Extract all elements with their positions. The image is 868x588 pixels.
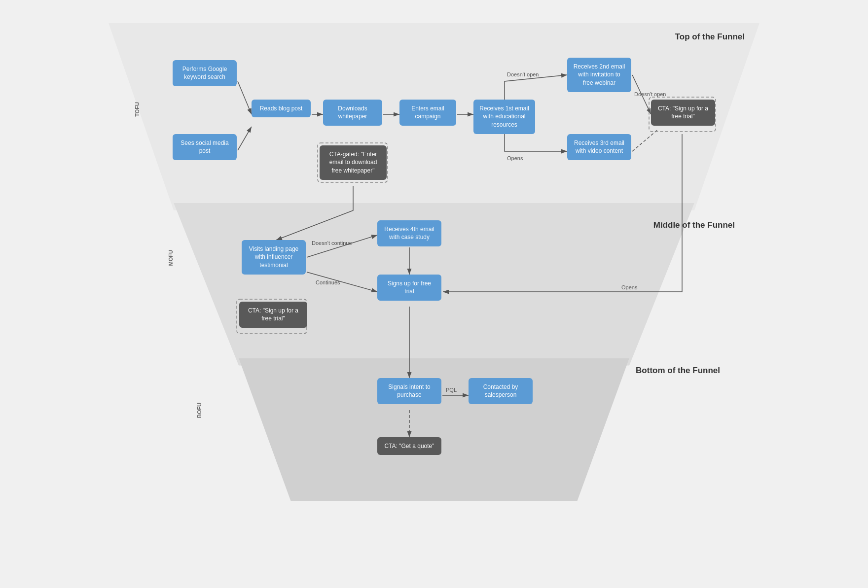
email-campaign-node: Enters email campaign — [399, 100, 456, 126]
email2-node: Receives 2nd email with invitation to fr… — [567, 58, 631, 92]
social-media-node: Sees social media post — [173, 134, 237, 161]
cta-free-trial-top-node: CTA: "Sign up for a free trial" — [651, 100, 715, 126]
cta-gated-node: CTA-gated: "Enter email to download free… — [320, 145, 387, 180]
google-search-node: Performs Google keyword search — [173, 60, 237, 87]
bofu-title: Bottom of the Funnel — [636, 366, 720, 376]
blog-post-node: Reads blog post — [252, 100, 311, 118]
bofu-label: BOFU — [196, 403, 202, 418]
mofu-label: MOFU — [168, 250, 174, 266]
contacted-salesperson-node: Contacted by salesperson — [469, 378, 533, 405]
mofu-title: Middle of the Funnel — [653, 220, 735, 230]
downloads-whitepaper-node: Downloads whitepaper — [323, 100, 382, 126]
diagram-container: TOFU MOFU BOFU Top of the Funnel Middle … — [108, 23, 760, 565]
tofu-label: TOFU — [134, 102, 140, 117]
email4-node: Receives 4th email with case study — [377, 220, 441, 247]
email3-node: Receives 3rd email with video content — [567, 134, 631, 161]
signs-up-trial-node: Signs up for free trial — [377, 275, 441, 301]
signals-intent-node: Signals intent to purchase — [377, 378, 441, 405]
cta-free-trial-mofu-node: CTA: "Sign up for a free trial" — [239, 302, 307, 328]
email1-node: Receives 1st email with educational reso… — [473, 100, 535, 134]
cta-quote-node: CTA: "Get a quote" — [377, 437, 441, 455]
tofu-title: Top of the Funnel — [675, 32, 745, 42]
landing-page-node: Visits landing page with influencer test… — [242, 240, 306, 275]
